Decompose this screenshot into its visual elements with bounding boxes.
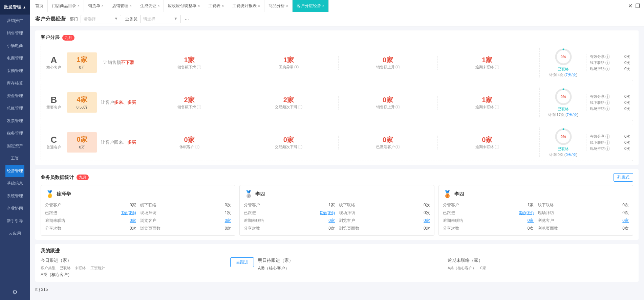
overdue-follow-content: A类（核心客户） 0家: [448, 266, 633, 271]
biz-stat-row: 已跟进0家(0%): [244, 210, 335, 216]
tier-stat-item[interactable]: 0家销售额上升i: [339, 56, 438, 70]
sidebar-item-发票管理[interactable]: 发票管理: [5, 115, 24, 127]
dept-select[interactable]: 请选择 ▼: [81, 15, 121, 23]
tier-stat-item[interactable]: 2家销售额下滑i: [140, 96, 239, 110]
tier-stat-item[interactable]: 0家交易频次下滑i: [239, 136, 338, 149]
tier-slogan-C: 让客户回来、多买: [100, 139, 137, 145]
sidebar-item-总账管理[interactable]: 总账管理: [5, 102, 24, 115]
tier-count-C[interactable]: 0家0万: [67, 132, 97, 153]
biz-month-badge: 九月: [77, 175, 89, 180]
tab-close-客户分层经营[interactable]: ×: [322, 4, 324, 8]
tab-close-生成凭证[interactable]: ×: [158, 4, 160, 8]
tier-stat-item[interactable]: 0家已激活客户i: [339, 136, 438, 149]
tab-close-店铺管理[interactable]: ×: [130, 4, 132, 8]
biz-title-group: 业务员数据统计 九月: [41, 175, 89, 181]
sidebar-item-采购管理[interactable]: 采购管理: [5, 65, 24, 77]
tab-bar: 首页门店商品目录×销货单×店铺管理×生成凭证×应收应付调整单×工资表×工资统计报…: [30, 0, 644, 12]
tier-stat-item[interactable]: 2家交易频次下滑i: [239, 96, 338, 110]
tier-stat-item[interactable]: 0家销售额上升i: [339, 96, 438, 110]
dept-filter: 部门 请选择 ▼: [70, 15, 121, 23]
filter-more-icon[interactable]: ···: [185, 17, 189, 22]
tier-stat-item[interactable]: 1家回购异常i: [239, 56, 338, 70]
tier-stat-item[interactable]: 1家销售额下滑i: [140, 56, 239, 70]
tab-店铺管理[interactable]: 店铺管理×: [108, 0, 136, 12]
window-restore-icon[interactable]: ❐: [635, 3, 640, 9]
goto-follow-button[interactable]: 去跟进: [230, 257, 254, 267]
sidebar: 批发管理 ▲ 营销推广销售管理小畅电商电商管理采购管理库存核算资金管理总账管理发…: [0, 0, 30, 300]
tab-应收应付调整单[interactable]: 应收应付调整单×: [164, 0, 204, 12]
tab-close-门店商品目录[interactable]: ×: [78, 4, 80, 8]
today-follow-row: A类（核心客户）: [41, 272, 226, 278]
sidebar-header: 批发管理 ▲: [0, 0, 30, 15]
tier-label-C: C普通客户: [44, 135, 64, 150]
overdue-follow-col: 逾期未联络（家） A类（核心客户） 0家: [448, 257, 633, 271]
tier-stat-item[interactable]: 0家逾期未联络i: [438, 136, 537, 149]
list-view-button[interactable]: 列表式: [614, 173, 633, 182]
sidebar-item-系统管理[interactable]: 系统管理: [5, 190, 24, 202]
sidebar-item-基础信息[interactable]: 基础信息: [5, 177, 24, 190]
biz-stat-row: 线下联络0次: [140, 202, 231, 208]
biz-stat-row: 分享次数0次: [244, 226, 335, 231]
sidebar-item-云应用[interactable]: 云应用: [5, 227, 24, 240]
tab-close-应收应付调整单[interactable]: ×: [198, 4, 200, 8]
tier-slogan-B: 让客户多来、多买: [100, 99, 137, 106]
biz-stat-row: 分管客户0家: [45, 202, 136, 208]
tab-工资表[interactable]: 工资表×: [204, 0, 228, 12]
sales-filter: 业务员 请选择 ▼: [125, 15, 181, 23]
sidebar-item-固定资产[interactable]: 固定资产: [5, 140, 24, 152]
sidebar-item-工资[interactable]: 工资: [5, 152, 24, 165]
tomorrow-follow-col: 明日待跟进（家） A类（核心客户）: [258, 257, 444, 271]
sales-select[interactable]: 请选择 ▼: [140, 15, 181, 23]
sidebar-collapse-icon[interactable]: ▲: [23, 5, 26, 9]
sidebar-item-企业协同[interactable]: 企业协同: [5, 202, 24, 215]
biz-stat-row: 线下联络0次: [538, 202, 629, 208]
biz-stat-row: 浏览客户0家: [538, 218, 629, 224]
tab-close-商品分析[interactable]: ×: [286, 4, 288, 8]
tab-close-工资统计报表[interactable]: ×: [258, 4, 260, 8]
sidebar-item-营销推广[interactable]: 营销推广: [5, 15, 24, 27]
sidebar-item-库存核算[interactable]: 库存核算: [5, 77, 24, 90]
sidebar-item-销售管理[interactable]: 销售管理: [5, 27, 24, 40]
sidebar-item-新手引导[interactable]: 新手引导: [5, 215, 24, 227]
customer-tier-header: 客户分层 九月: [41, 34, 633, 41]
sidebar-item-资金管理[interactable]: 资金管理: [5, 90, 24, 102]
tomorrow-follow-title: 明日待跟进（家）: [258, 257, 444, 263]
tier-count-A[interactable]: 1家0万: [67, 52, 97, 73]
biz-card-李四: 🥈李四分管客户1家线下联络0次已跟进0家(0%)现场拜访0次逾期未联络0家浏览客…: [239, 185, 434, 236]
tier-stat-item[interactable]: 0家休眠客户i: [140, 136, 239, 149]
circle-wrap: 0%: [554, 128, 573, 146]
tab-客户分层经营[interactable]: 客户分层经营×: [293, 0, 329, 12]
biz-stat-row: 现场拜访0次: [339, 210, 430, 216]
sidebar-item-电商管理[interactable]: 电商管理: [5, 52, 24, 65]
window-close-icon[interactable]: ✕: [628, 3, 632, 9]
biz-stat-row: 浏览页面数0次: [140, 226, 231, 231]
tab-销货单[interactable]: 销货单×: [84, 0, 108, 12]
tab-门店商品目录[interactable]: 门店商品目录×: [48, 0, 84, 12]
sidebar-item-经营管理[interactable]: 经营管理: [5, 165, 24, 177]
biz-stat-row: 已跟进1家(0%): [45, 210, 136, 216]
follow-title: 我的跟进: [41, 248, 633, 254]
biz-grid: 🥇徐泽华分管客户0家线下联络0次已跟进1家(0%)现场拜访1次逾期未联络0家浏览…: [41, 185, 633, 236]
tab-工资统计报表[interactable]: 工资统计报表×: [228, 0, 264, 12]
tier-circle-B: 0% 已联络 计划 17次 (7天/次): [539, 88, 583, 117]
tier-count-B[interactable]: 4家0.53万: [67, 92, 97, 113]
rank-icon: 🥈: [244, 189, 253, 199]
tier-row-A: A核心客户1家0万让销售额不下滑1家销售额下滑i1家回购异常i0家销售额上升i1…: [41, 44, 633, 81]
circle-wrap: 0%: [554, 88, 573, 106]
tab-生成凭证[interactable]: 生成凭证×: [136, 0, 164, 12]
gear-icon[interactable]: ⚙: [0, 284, 30, 300]
biz-stat-row: 分享次数0次: [443, 226, 534, 231]
tab-close-工资表[interactable]: ×: [222, 4, 224, 8]
sidebar-item-税务管理[interactable]: 税务管理: [5, 127, 24, 140]
tab-商品分析[interactable]: 商品分析×: [264, 0, 293, 12]
tab-首页[interactable]: 首页: [31, 0, 48, 12]
biz-stat-row: 逾期未联络0家: [45, 218, 136, 224]
right-stat-row: 有效分享i0次: [590, 54, 630, 59]
tier-right-stats-A: 有效分享i0次线下联络i0次现场拜访i0次: [586, 54, 630, 71]
tab-close-销货单[interactable]: ×: [102, 4, 104, 8]
tier-stats-C: 0家休眠客户i0家交易频次下滑i0家已激活客户i0家逾期未联络i: [140, 136, 537, 149]
sidebar-item-小畅电商[interactable]: 小畅电商: [5, 40, 24, 52]
tier-stat-item[interactable]: 1家逾期未联络i: [438, 96, 537, 110]
biz-stat-row: 浏览客户0家: [339, 218, 430, 224]
tier-stat-item[interactable]: 1家逾期未联络i: [438, 56, 537, 70]
